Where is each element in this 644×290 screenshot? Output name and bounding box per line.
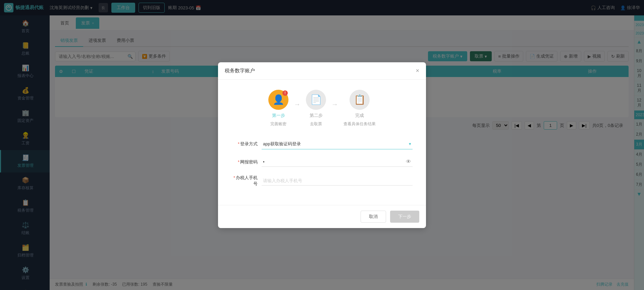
login-method-label: 登录方式 [231,141,262,147]
step-arrow-2: → [331,100,338,116]
next-button[interactable]: 下一步 [390,211,419,223]
step-1-label: 第一步 [272,113,285,119]
step-3-icon: 📋 [350,90,370,110]
modal-overlay[interactable]: 税务数字账户 × 👤 ! 第一步 完善账密 → [0,0,644,290]
modal-body: 👤 ! 第一步 完善账密 → 📄 第二步 去取票 [218,80,426,205]
phone-label: 办税人手机号 [231,175,262,187]
step-1-badge: ! [282,90,288,96]
step-2-label: 第二步 [310,113,323,119]
login-method-row: 登录方式 app获取验证码登录 ▾ [231,139,413,149]
password-row: 网报密码 👁 [231,157,413,167]
login-method-control: app获取验证码登录 ▾ [262,139,413,149]
step-3: 📋 完成 查看具体任务结果 [343,90,376,127]
dropdown-icon: ▾ [409,141,411,146]
step-1-icon: 👤 ! [268,90,288,110]
password-control: 👁 [262,157,413,167]
password-input-wrapper: 👁 [262,157,413,167]
step-arrow-1: → [294,100,301,116]
phone-row: 办税人手机号 [231,175,413,187]
step-2: 📄 第二步 去取票 [306,90,326,127]
cancel-button[interactable]: 取消 [361,211,386,223]
modal-header: 税务数字账户 × [218,62,426,80]
modal-title: 税务数字账户 [225,68,255,74]
step-1-sublabel: 完善账密 [270,121,286,127]
login-method-select[interactable]: app获取验证码登录 ▾ [262,139,413,149]
steps-indicator: 👤 ! 第一步 完善账密 → 📄 第二步 去取票 [231,90,413,127]
step-2-icon: 📄 [306,90,326,110]
password-label: 网报密码 [231,159,262,165]
step-3-label: 完成 [355,113,364,119]
phone-input[interactable] [262,176,413,186]
eye-icon[interactable]: 👁 [405,157,413,166]
password-input[interactable] [262,157,405,166]
step-3-sublabel: 查看具体任务结果 [343,121,376,127]
tax-digital-modal: 税务数字账户 × 👤 ! 第一步 完善账密 → [218,62,426,228]
step-2-sublabel: 去取票 [310,121,322,127]
phone-control [262,176,413,186]
modal-footer: 取消 下一步 [218,205,426,228]
modal-close-button[interactable]: × [416,68,419,74]
login-method-value: app获取验证码登录 [263,141,301,147]
step-1: 👤 ! 第一步 完善账密 [268,90,288,127]
